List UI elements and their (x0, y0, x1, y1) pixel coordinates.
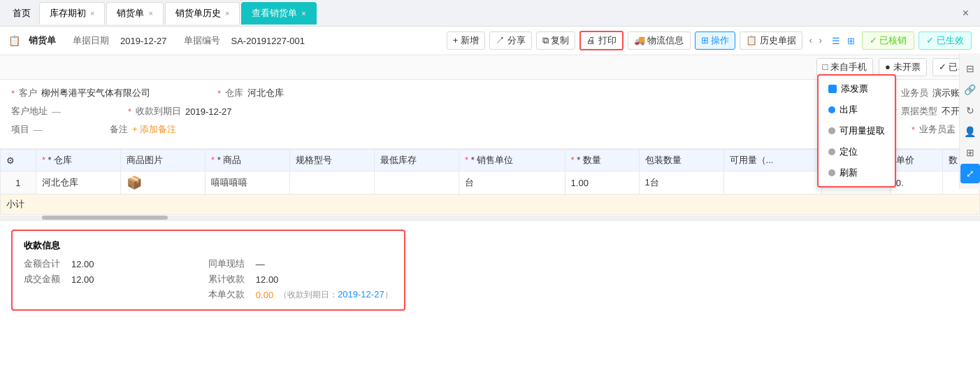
col-product: * * 商品 (205, 150, 289, 171)
tab-bar: 首页 库存期初 × 销货单 × 销货单历史 × 查看销货单 × × (0, 0, 980, 27)
dropdown-refresh[interactable]: 刷新 (819, 162, 895, 183)
settings-icon[interactable]: ⚙ (6, 155, 15, 166)
tab-close-sales[interactable]: × (148, 9, 152, 17)
effective-status: ✓ 已生效 (918, 31, 972, 50)
dropdown-locate[interactable]: 定位 (819, 141, 895, 162)
layout-icons: ☰ ⊞ (829, 34, 858, 48)
row-product: 嘻嘻嘻嘻 (205, 171, 289, 195)
summary-total-received: 累计收款 12.00 (208, 273, 393, 286)
subtotal-label: 小计 (1, 195, 980, 215)
right-icon-5[interactable]: ⊞ (960, 143, 980, 162)
summary-total-amount: 金额合计 12.00 (24, 258, 208, 270)
remark-field: 备注 + 添加备注 (110, 123, 176, 136)
logistics-button[interactable]: 🚚 物流信息 (628, 31, 691, 50)
add-invoice-icon (828, 85, 837, 93)
refresh-icon (828, 169, 835, 176)
ticket-type-field: * 票据类型 不开票 (893, 105, 969, 118)
row-num: 1 (1, 171, 36, 195)
right-icon-expand[interactable]: ⤢ (960, 164, 980, 183)
row-pack-qty: 1台 (639, 171, 723, 195)
doc-icon: 📋 (8, 35, 20, 46)
no-value: SA-20191227-001 (231, 36, 305, 46)
share-button[interactable]: ↗ 分享 (489, 31, 532, 50)
list-layout-icon[interactable]: ☰ (829, 34, 843, 48)
col-warehouse: * * 仓库 (36, 150, 120, 171)
toolbar-right: + 新增 ↗ 分享 ⧉ 复制 🖨 打印 🚚 物流信息 ⊞ 操作 📋 历史单据 ‹… (447, 31, 972, 50)
right-icon-3[interactable]: ↻ (960, 101, 980, 120)
tab-sales[interactable]: 销货单 × (106, 2, 163, 24)
col-min-stock: 最低库存 (375, 150, 459, 171)
next-arrow[interactable]: › (816, 34, 825, 47)
toolbar: 📋 销货单 单据日期 2019-12-27 单据编号 SA-20191227-0… (0, 27, 980, 55)
customer-field: * 客户 柳州粤港平安气体有限公司 (11, 87, 150, 99)
payment-date-field: * 收款到期日 2019-12-27 (128, 105, 232, 118)
tab-sales-history[interactable]: 销货单历史 × (165, 2, 240, 24)
address-field: 客户地址 — (11, 105, 61, 118)
nav-arrows: ‹ › (807, 34, 825, 47)
tab-view-sales[interactable]: 查看销货单 × (241, 2, 316, 24)
tab-close-view-sales[interactable]: × (301, 9, 305, 17)
locate-icon (828, 148, 835, 155)
doc-type: 销货单 (29, 34, 56, 47)
subtotal-row: 小计 (1, 195, 980, 215)
row-qty: 1.00 (565, 171, 639, 195)
right-icon-4[interactable]: 👤 (960, 122, 980, 141)
col-pack-qty: 包装数量 (639, 150, 723, 171)
row-min-stock (375, 171, 459, 195)
out-warehouse-icon (828, 106, 835, 113)
warehouse-field: * 仓库 河北仓库 (217, 87, 284, 99)
grid-layout-icon[interactable]: ⊞ (844, 34, 858, 48)
row-image: 📦 (120, 171, 205, 195)
main-content: 📋 销货单 单据日期 2019-12-27 单据编号 SA-20191227-0… (0, 27, 980, 373)
tab-close-sales-history[interactable]: × (225, 9, 229, 17)
dropdown-available-qty[interactable]: 可用量提取 (819, 120, 895, 141)
col-image: 商品图片 (120, 150, 205, 171)
print-button[interactable]: 🖨 打印 (579, 31, 624, 50)
right-icon-2[interactable]: 🔗 (960, 80, 980, 99)
row-warehouse: 河北仓库 (36, 171, 120, 195)
tab-close-inventory[interactable]: × (90, 9, 94, 17)
available-qty-icon (828, 127, 835, 134)
dropdown-add-invoice[interactable]: 添发票 (819, 78, 895, 99)
summary-arrears: 本单欠款 0.00 （收款到期日：2019-12-27） (208, 288, 393, 301)
dropdown-out-warehouse[interactable]: 出库 (819, 99, 895, 120)
col-gear[interactable]: ⚙ (1, 150, 36, 171)
summary-title: 收款信息 (24, 239, 393, 252)
summary-section: 收款信息 金额合计 12.00 同单现结 — 成交金额 12.00 累计收款 1… (0, 221, 980, 319)
summary-box: 收款信息 金额合计 12.00 同单现结 — 成交金额 12.00 累计收款 1… (11, 230, 405, 311)
row-price: 0. (890, 171, 942, 195)
action-button[interactable]: ⊞ 操作 (695, 31, 736, 50)
row-unit: 台 (459, 171, 565, 195)
date-value: 2019-12-27 (120, 36, 167, 46)
prev-arrow[interactable]: ‹ (807, 34, 815, 47)
row-available (723, 171, 821, 195)
col-available: 可用量（... (723, 150, 821, 171)
close-button[interactable]: × (957, 4, 974, 22)
col-unit: * * 销售单位 (459, 150, 565, 171)
summary-same-order: 同单现结 — (208, 258, 393, 270)
project-field: 项目 — (11, 123, 43, 136)
history-button[interactable]: 📋 历史单据 (740, 31, 802, 50)
copy-button[interactable]: ⧉ 复制 (536, 31, 576, 50)
right-panel: ⊟ 🔗 ↻ 👤 ⊞ ⤢ (959, 53, 980, 189)
add-button[interactable]: + 新增 (447, 31, 485, 50)
tab-inventory[interactable]: 库存期初 × (39, 2, 105, 24)
tab-home[interactable]: 首页 (6, 3, 38, 24)
col-spec: 规格型号 (290, 150, 375, 171)
col-price: 单价 (890, 150, 942, 171)
right-icon-1[interactable]: ⊟ (960, 59, 980, 78)
summary-deal-amount: 成交金额 12.00 (24, 273, 208, 286)
date-label: 单据日期 (73, 34, 109, 47)
row-spec (290, 171, 375, 195)
dropdown-menu: 添发票 出库 可用量提取 定位 刷新 (817, 74, 896, 188)
col-qty: * * 数量 (565, 150, 639, 171)
no-label: 单据编号 (184, 34, 220, 47)
verified-status: ✓ 已核销 (862, 31, 915, 50)
add-remark-button[interactable]: + 添加备注 (132, 123, 176, 136)
